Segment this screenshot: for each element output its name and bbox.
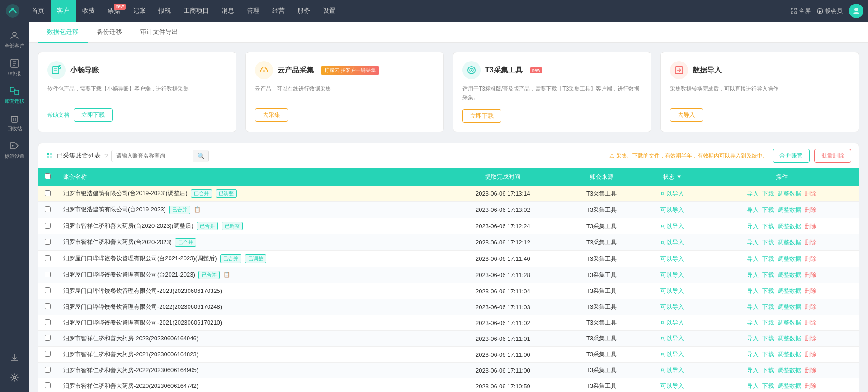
- action-调整数据[interactable]: 调整数据: [778, 272, 801, 278]
- action-下载[interactable]: 下载: [762, 287, 774, 294]
- action-下载[interactable]: 下载: [762, 335, 774, 342]
- nav-item-报税[interactable]: 报税: [152, 0, 177, 22]
- sidebar-item-migrate[interactable]: 账套迁移: [0, 81, 29, 109]
- tab-审计文件导出[interactable]: 审计文件导出: [131, 22, 187, 43]
- action-导入[interactable]: 导入: [747, 287, 759, 294]
- row-checkbox[interactable]: [45, 382, 51, 388]
- action-调整数据[interactable]: 调整数据: [778, 287, 801, 294]
- app-logo[interactable]: [5, 3, 21, 19]
- action-导入[interactable]: 导入: [747, 303, 759, 310]
- sidebar-settings-button[interactable]: [6, 369, 23, 386]
- action-下载[interactable]: 下载: [762, 319, 774, 326]
- download-now-button[interactable]: 立即下载: [74, 108, 113, 122]
- row-checkbox[interactable]: [45, 351, 51, 357]
- merge-accounts-button[interactable]: 合并账套: [773, 149, 810, 163]
- action-调整数据[interactable]: 调整数据: [778, 190, 801, 197]
- action-删除[interactable]: 删除: [805, 351, 816, 358]
- row-checkbox[interactable]: [45, 255, 51, 261]
- action-下载[interactable]: 下载: [762, 255, 774, 262]
- action-删除[interactable]: 删除: [805, 223, 816, 229]
- action-调整数据[interactable]: 调整数据: [778, 319, 801, 326]
- t3-download-button[interactable]: 立即下载: [462, 109, 501, 123]
- action-导入[interactable]: 导入: [747, 382, 759, 389]
- user-avatar[interactable]: [849, 4, 863, 18]
- help-icon[interactable]: ?: [104, 153, 108, 159]
- action-删除[interactable]: 删除: [805, 382, 816, 389]
- action-调整数据[interactable]: 调整数据: [778, 351, 801, 358]
- sidebar-item-tag-settings[interactable]: 标签设置: [0, 137, 29, 164]
- row-checkbox[interactable]: [45, 272, 51, 277]
- nav-item-消息[interactable]: 消息: [215, 0, 241, 22]
- action-删除[interactable]: 删除: [805, 190, 816, 197]
- select-all-checkbox[interactable]: [45, 173, 51, 179]
- nav-item-记账[interactable]: 记账: [127, 0, 152, 22]
- action-调整数据[interactable]: 调整数据: [778, 335, 801, 342]
- action-删除[interactable]: 删除: [805, 319, 816, 326]
- go-collect-button[interactable]: 去采集: [255, 108, 288, 122]
- action-下载[interactable]: 下载: [762, 382, 774, 389]
- action-下载[interactable]: 下载: [762, 351, 774, 358]
- action-下载[interactable]: 下载: [762, 367, 774, 373]
- action-导入[interactable]: 导入: [747, 206, 759, 213]
- action-调整数据[interactable]: 调整数据: [778, 255, 801, 262]
- row-checkbox[interactable]: [45, 287, 51, 293]
- action-调整数据[interactable]: 调整数据: [778, 382, 801, 389]
- action-调整数据[interactable]: 调整数据: [778, 206, 801, 213]
- row-checkbox[interactable]: [45, 335, 51, 341]
- row-checkbox[interactable]: [45, 239, 51, 245]
- nav-item-客户[interactable]: 客户: [51, 0, 76, 22]
- action-删除[interactable]: 删除: [805, 272, 816, 278]
- sidebar-item-zero-report[interactable]: 0申报: [0, 54, 29, 81]
- row-checkbox[interactable]: [45, 303, 51, 309]
- row-checkbox[interactable]: [45, 223, 51, 229]
- nav-item-工商项目[interactable]: 工商项目: [177, 0, 215, 22]
- nav-item-票据[interactable]: 票据new: [101, 0, 127, 22]
- action-导入[interactable]: 导入: [747, 255, 759, 262]
- sidebar-download-button[interactable]: [6, 349, 23, 366]
- action-删除[interactable]: 删除: [805, 335, 816, 342]
- search-button[interactable]: 🔍: [193, 150, 208, 162]
- nav-item-首页[interactable]: 首页: [25, 0, 51, 22]
- help-doc-link[interactable]: 帮助文档: [47, 111, 69, 119]
- action-调整数据[interactable]: 调整数据: [778, 223, 801, 229]
- row-checkbox[interactable]: [45, 319, 51, 325]
- search-input[interactable]: [112, 150, 193, 161]
- action-导入[interactable]: 导入: [747, 239, 759, 246]
- action-导入[interactable]: 导入: [747, 190, 759, 197]
- action-导入[interactable]: 导入: [747, 367, 759, 373]
- member-button[interactable]: ▶ 畅会员: [817, 7, 843, 15]
- action-删除[interactable]: 删除: [805, 287, 816, 294]
- nav-item-设置[interactable]: 设置: [316, 0, 342, 22]
- action-下载[interactable]: 下载: [762, 239, 774, 246]
- action-导入[interactable]: 导入: [747, 351, 759, 358]
- row-checkbox[interactable]: [45, 206, 51, 212]
- fullscreen-button[interactable]: 全屏: [791, 7, 811, 15]
- nav-item-经营[interactable]: 经营: [266, 0, 291, 22]
- action-调整数据[interactable]: 调整数据: [778, 303, 801, 310]
- action-删除[interactable]: 删除: [805, 255, 816, 262]
- action-下载[interactable]: 下载: [762, 190, 774, 197]
- action-删除[interactable]: 删除: [805, 303, 816, 310]
- tab-数据包迁移[interactable]: 数据包迁移: [38, 22, 88, 43]
- row-checkbox[interactable]: [45, 190, 51, 196]
- sidebar-item-recycle[interactable]: 回收站: [0, 109, 29, 137]
- action-下载[interactable]: 下载: [762, 206, 774, 213]
- action-导入[interactable]: 导入: [747, 272, 759, 278]
- tab-备份迁移[interactable]: 备份迁移: [88, 22, 131, 43]
- action-下载[interactable]: 下载: [762, 223, 774, 229]
- action-删除[interactable]: 删除: [805, 206, 816, 213]
- action-删除[interactable]: 删除: [805, 367, 816, 373]
- action-下载[interactable]: 下载: [762, 272, 774, 278]
- nav-item-收费[interactable]: 收费: [76, 0, 101, 22]
- nav-item-服务[interactable]: 服务: [291, 0, 316, 22]
- nav-item-管理[interactable]: 管理: [241, 0, 266, 22]
- row-checkbox[interactable]: [45, 367, 51, 373]
- action-导入[interactable]: 导入: [747, 335, 759, 342]
- action-调整数据[interactable]: 调整数据: [778, 239, 801, 246]
- action-删除[interactable]: 删除: [805, 239, 816, 246]
- batch-delete-button[interactable]: 批量删除: [814, 149, 851, 163]
- action-导入[interactable]: 导入: [747, 319, 759, 326]
- go-import-button[interactable]: 去导入: [670, 108, 703, 122]
- action-导入[interactable]: 导入: [747, 223, 759, 229]
- action-调整数据[interactable]: 调整数据: [778, 367, 801, 373]
